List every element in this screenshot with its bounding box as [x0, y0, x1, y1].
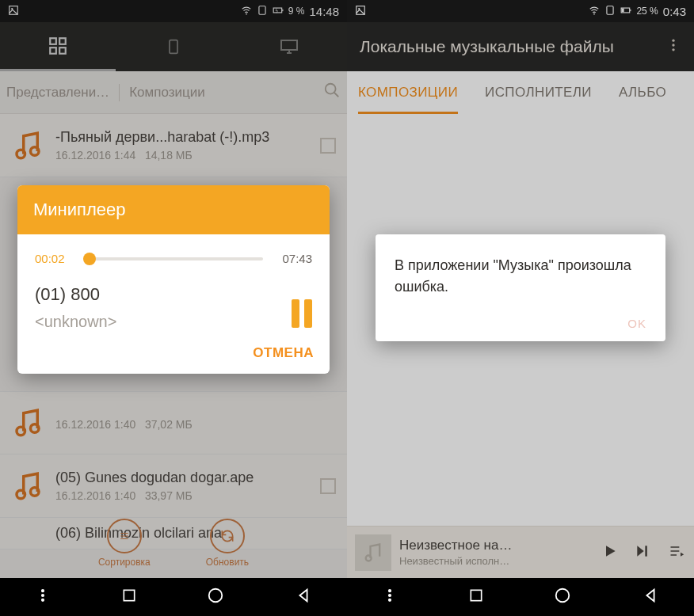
error-message: В приложении "Музыка" произошла ошибка.: [395, 255, 646, 298]
error-dialog: В приложении "Музыка" произошла ошибка. …: [376, 234, 665, 341]
svg-point-20: [42, 595, 44, 597]
time-elapsed: 00:02: [35, 252, 76, 265]
pause-button[interactable]: [292, 299, 312, 328]
screen-right: 25 % 0:43 Локальные музыкальные файлы КО…: [347, 0, 694, 616]
nav-home-icon[interactable]: [554, 587, 571, 607]
time-total: 07:43: [271, 252, 312, 265]
screen-left: 9 % 14:48 Представлени… Композиции -Пьян…: [0, 0, 347, 616]
miniplayer-dialog: Миниплеер 00:02 07:43 (01) 800 <unknown>…: [17, 185, 330, 374]
svg-point-19: [42, 590, 44, 592]
svg-point-34: [366, 555, 372, 561]
nav-back-icon[interactable]: [642, 587, 659, 607]
overflow-menu-icon[interactable]: [665, 37, 681, 57]
android-navbar: [0, 578, 347, 616]
svg-rect-30: [622, 8, 624, 12]
now-playing-bar[interactable]: Неизвестное на… Неизвестный исполн…: [347, 526, 694, 578]
dialog-title: Миниплеер: [17, 185, 330, 234]
music-tabs: КОМПОЗИЦИИ ИСПОЛНИТЕЛИ АЛЬБО: [347, 71, 694, 114]
svg-rect-39: [471, 590, 481, 600]
sim-icon: [604, 5, 616, 18]
tab-tracks[interactable]: КОМПОЗИЦИИ: [358, 85, 458, 114]
nav-back-icon[interactable]: [295, 587, 312, 607]
seek-slider[interactable]: [84, 257, 263, 260]
svg-rect-35: [645, 546, 647, 556]
play-icon[interactable]: [602, 543, 618, 562]
nav-menu-icon[interactable]: [35, 587, 51, 606]
app-bar: Локальные музыкальные файлы: [347, 22, 694, 71]
nav-home-icon[interactable]: [207, 587, 224, 607]
svg-point-26: [594, 13, 596, 14]
svg-point-36: [389, 590, 391, 592]
wifi-icon: [589, 5, 600, 18]
page-title: Локальные музыкальные файлы: [360, 37, 614, 56]
now-playing-artist: Неизвестный исполн…: [399, 555, 594, 567]
album-art-icon: [355, 534, 391, 571]
nav-recent-icon[interactable]: [121, 587, 137, 606]
svg-point-37: [389, 595, 391, 597]
battery-pct: 25 %: [636, 6, 658, 17]
svg-point-21: [42, 599, 44, 602]
svg-rect-27: [607, 6, 613, 14]
picture-icon: [355, 5, 366, 18]
svg-rect-22: [124, 590, 134, 600]
nav-recent-icon[interactable]: [468, 587, 484, 606]
svg-point-33: [672, 48, 674, 51]
now-playing-title: Неизвестное на…: [399, 538, 594, 553]
svg-rect-29: [631, 9, 631, 10]
status-bar: 25 % 0:43: [347, 0, 694, 22]
tab-artists[interactable]: ИСПОЛНИТЕЛИ: [485, 85, 592, 101]
ok-button[interactable]: OK: [395, 317, 646, 330]
next-icon[interactable]: [634, 543, 651, 562]
svg-point-40: [556, 589, 570, 603]
queue-icon[interactable]: [667, 543, 686, 562]
tab-albums[interactable]: АЛЬБО: [619, 85, 666, 101]
svg-point-23: [209, 589, 223, 603]
android-navbar: [347, 578, 694, 616]
svg-point-31: [672, 39, 674, 41]
clock: 0:43: [663, 5, 686, 18]
svg-point-38: [389, 599, 391, 602]
nav-menu-icon[interactable]: [382, 587, 398, 606]
svg-point-32: [672, 44, 674, 46]
battery-icon: [620, 5, 631, 18]
cancel-button[interactable]: ОТМЕНА: [17, 336, 330, 374]
